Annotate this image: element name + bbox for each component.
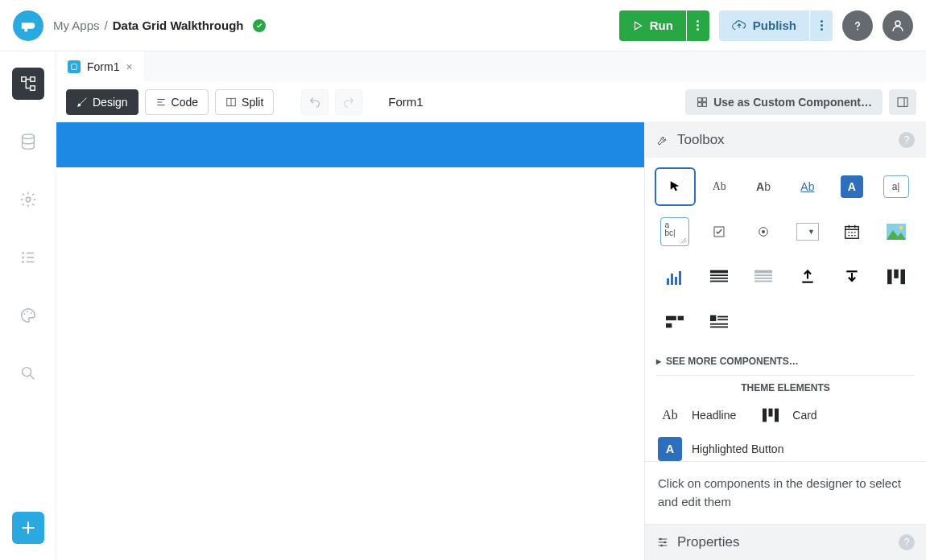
theme-headline[interactable]: Ab Headline [658, 403, 736, 427]
app-logo[interactable] [13, 10, 43, 41]
svg-point-11 [27, 311, 28, 313]
svg-point-6 [26, 197, 31, 202]
flow-icon [666, 315, 684, 328]
svg-point-0 [857, 28, 858, 30]
close-icon[interactable]: × [126, 60, 132, 73]
checkbox-icon [713, 225, 726, 238]
svg-point-54 [663, 541, 666, 544]
svg-rect-42 [666, 316, 676, 321]
tool-label[interactable]: Ab [701, 169, 738, 204]
wrench-icon [656, 134, 669, 146]
svg-rect-51 [769, 409, 773, 417]
nav-settings[interactable] [12, 183, 44, 216]
redo-button[interactable] [335, 89, 362, 115]
svg-rect-33 [710, 278, 728, 279]
nav-theme[interactable] [12, 299, 44, 331]
upload-icon [800, 269, 816, 285]
tool-image[interactable] [877, 214, 915, 249]
left-nav [0, 51, 56, 560]
tool-link[interactable]: Ab [788, 169, 826, 204]
tool-data-grid[interactable] [701, 259, 738, 294]
tab-form1[interactable]: Form1 × [56, 51, 144, 82]
canvas-body[interactable] [101, 122, 644, 560]
code-view-button[interactable]: Code [145, 89, 209, 115]
nav-app-structure[interactable] [12, 68, 44, 100]
richtext-icon [710, 315, 728, 329]
theme-elements-grid: Ab Headline Card A Highlighted Button [656, 400, 915, 462]
tool-file-upload[interactable] [788, 259, 826, 294]
see-more-components[interactable]: ▸ SEE MORE COMPONENTS… [656, 348, 915, 376]
plus-icon [20, 520, 36, 536]
properties-header[interactable]: Properties ? [645, 525, 926, 560]
svg-rect-35 [754, 270, 772, 274]
svg-rect-49 [710, 327, 728, 328]
code-label: Code [172, 96, 198, 109]
nav-database[interactable] [12, 126, 44, 158]
theme-headline-label: Headline [692, 409, 736, 422]
nav-search[interactable] [12, 357, 44, 389]
tool-repeating-panel[interactable] [745, 259, 783, 294]
right-panel: Toolbox ? Ab Ab Ab A a| [644, 122, 926, 560]
svg-rect-48 [710, 323, 728, 325]
design-canvas[interactable] [56, 122, 644, 560]
dots-vertical-icon [697, 20, 699, 31]
tool-radio[interactable] [745, 214, 783, 249]
svg-rect-38 [754, 281, 772, 282]
tool-pointer[interactable] [656, 169, 694, 204]
properties-help-button[interactable]: ? [899, 534, 915, 550]
tool-bold-label[interactable]: Ab [745, 169, 783, 204]
tool-column-panel[interactable] [877, 259, 915, 294]
properties-title: Properties [677, 534, 739, 550]
nav-add[interactable] [12, 512, 44, 544]
tool-download[interactable] [833, 259, 870, 294]
top-bar: My Apps / Data Grid Walkthrough Run Publ… [0, 0, 926, 51]
breadcrumb-root[interactable]: My Apps [53, 19, 100, 32]
split-label: Split [242, 96, 263, 109]
tool-checkbox[interactable] [701, 214, 738, 249]
tool-flow-panel[interactable] [656, 304, 694, 340]
design-view-button[interactable]: Design [66, 89, 138, 115]
tool-textbox[interactable]: a| [883, 175, 909, 198]
svg-rect-46 [717, 316, 728, 318]
svg-point-13 [22, 368, 31, 377]
nav-outline[interactable] [12, 241, 44, 274]
pointer-icon [668, 179, 682, 194]
svg-rect-4 [30, 86, 35, 91]
account-button[interactable] [883, 10, 913, 41]
form-name-label: Form1 [388, 95, 423, 109]
play-icon [632, 20, 643, 31]
theme-card[interactable]: Card [759, 403, 816, 427]
undo-button[interactable] [301, 89, 329, 115]
publish-button[interactable]: Publish [719, 10, 809, 41]
redo-icon [342, 96, 355, 109]
publish-menu-button[interactable] [810, 10, 833, 41]
publish-button-group: Publish [719, 10, 833, 41]
radio-icon [757, 225, 770, 238]
svg-rect-39 [887, 270, 892, 284]
help-button[interactable] [842, 10, 873, 41]
card-icon [759, 403, 783, 427]
run-menu-button[interactable] [687, 10, 709, 41]
rows-icon [754, 270, 772, 284]
tool-dropdown[interactable]: ▼ [788, 214, 826, 249]
app-title[interactable]: Data Grid Walkthrough [113, 19, 244, 32]
custom-component-button[interactable]: Use as Custom Component… [685, 89, 883, 115]
breadcrumb-sep: / [105, 19, 108, 32]
main: Form1 × Design Code Split [0, 51, 926, 560]
split-view-button[interactable]: Split [215, 89, 274, 115]
tool-textarea[interactable]: abc| [660, 217, 689, 246]
toolbox-help-button[interactable]: ? [899, 132, 915, 148]
custom-component-label: Use as Custom Component… [713, 96, 872, 109]
theme-highlighted-button[interactable]: A Highlighted Button [658, 437, 913, 461]
calendar-icon [843, 223, 861, 241]
tool-button[interactable]: A [833, 169, 870, 204]
image-icon [887, 224, 906, 240]
tool-rich-text[interactable] [701, 304, 738, 340]
component-icon [696, 96, 709, 109]
theme-highlighted-button-label: Highlighted Button [692, 443, 783, 455]
tool-chart[interactable] [656, 259, 694, 294]
panel-toggle-button[interactable] [889, 89, 916, 115]
run-button[interactable]: Run [619, 10, 686, 41]
svg-rect-37 [754, 278, 772, 279]
tool-datepicker[interactable] [833, 214, 870, 249]
